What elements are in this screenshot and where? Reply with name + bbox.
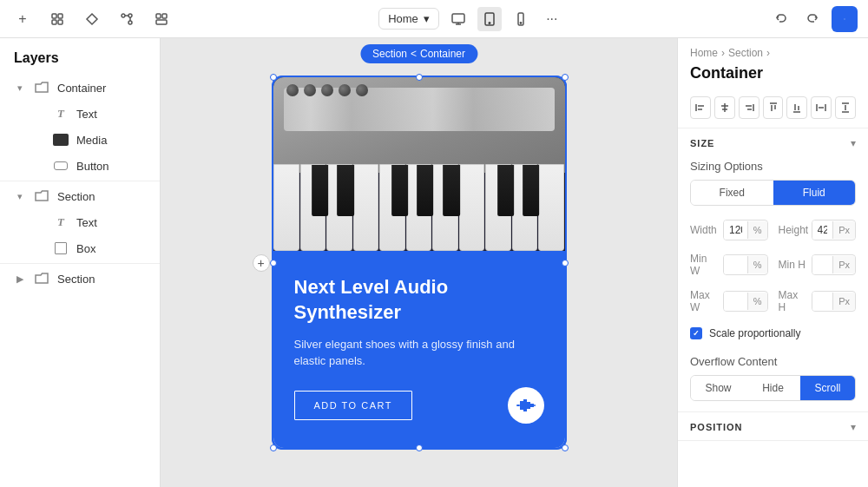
layer-item-text1[interactable]: T Text <box>0 101 160 127</box>
home-tab[interactable]: Home ▾ <box>378 8 439 30</box>
breadcrumb-section-link[interactable]: Section <box>728 47 763 59</box>
blocks-button[interactable] <box>149 7 174 31</box>
black-key <box>417 165 433 216</box>
svg-rect-1 <box>58 14 62 18</box>
folder-icon-section1 <box>33 188 50 205</box>
white-key <box>459 164 485 251</box>
min-w-input[interactable] <box>724 255 747 274</box>
overflow-label: Overflow Content <box>678 348 868 375</box>
folder-icon-section2 <box>33 270 50 287</box>
min-w-input-group: % <box>723 254 768 275</box>
flow-button[interactable] <box>115 7 139 31</box>
knob3 <box>321 84 333 96</box>
add-element-btn[interactable]: + <box>253 254 270 272</box>
overflow-show-btn[interactable]: Show <box>691 376 746 400</box>
diamond-button[interactable] <box>80 7 104 31</box>
breadcrumb-pill[interactable]: Section < Container <box>360 44 477 63</box>
align-left-btn[interactable] <box>690 96 711 119</box>
tablet-view-btn[interactable] <box>477 7 502 31</box>
max-w-input-group: % <box>723 291 768 312</box>
layer-item-box[interactable]: Box <box>0 235 160 261</box>
layer-label-media: Media <box>76 134 107 147</box>
max-w-input[interactable] <box>724 292 747 311</box>
topbar-center: Home ▾ ··· <box>378 7 564 31</box>
layer-item-section1[interactable]: ▾ Section <box>0 183 160 209</box>
black-key <box>337 165 353 216</box>
panel-breadcrumb: Home › Section › <box>678 38 868 63</box>
overflow-toggle: Show Hide Scroll <box>690 375 856 401</box>
scale-label: Scale proportionally <box>709 327 800 339</box>
white-key <box>432 164 458 251</box>
align-top-btn[interactable] <box>763 96 784 119</box>
layer-label-text1: Text <box>76 108 97 121</box>
desktop-view-btn[interactable] <box>446 7 470 31</box>
card-title: Next Level Audio Synthesizer <box>294 275 544 325</box>
sidebar: Layers ▾ Container T Text Media <box>0 38 161 487</box>
caret-section2: ▶ <box>14 273 26 285</box>
position-chevron-icon: ▾ <box>851 421 856 433</box>
width-unit: % <box>747 221 767 239</box>
redo-btn[interactable] <box>800 7 825 31</box>
card-desc: Silver elegant shoes with a glossy finis… <box>294 336 544 370</box>
min-w-label: Min W <box>690 253 718 277</box>
sizing-fluid-btn[interactable]: Fluid <box>773 181 856 205</box>
overflow-scroll-btn[interactable]: Scroll <box>800 376 855 400</box>
layer-item-container[interactable]: ▾ Container <box>0 75 160 101</box>
black-key <box>444 165 460 216</box>
align-center-h-btn[interactable] <box>714 96 735 119</box>
box-icon-el <box>52 240 69 257</box>
position-section-header[interactable]: POSITION ▾ <box>678 412 868 440</box>
position-label: POSITION <box>690 422 743 432</box>
sizing-fixed-btn[interactable]: Fixed <box>691 181 773 205</box>
undo-btn[interactable] <box>769 7 793 31</box>
svg-rect-9 <box>156 20 167 24</box>
more-options-btn[interactable]: ··· <box>540 7 564 31</box>
max-w-unit: % <box>747 293 767 310</box>
settings-btn[interactable] <box>832 6 858 32</box>
min-h-input-group: Px <box>812 254 857 275</box>
layer-item-media[interactable]: Media <box>0 127 160 153</box>
height-unit: Px <box>832 221 855 239</box>
layer-item-button[interactable]: Button <box>0 153 160 179</box>
white-key <box>538 164 564 251</box>
breadcrumb-sep1: › <box>721 47 725 59</box>
max-row: Max W % Max H Px <box>678 286 868 317</box>
canvas: Section < Container + <box>161 38 677 487</box>
height-input[interactable] <box>812 220 833 240</box>
grid-button[interactable] <box>45 7 69 31</box>
caret-icon: ▾ <box>14 82 26 94</box>
card-container[interactable]: Section < Container + <box>272 76 567 449</box>
black-key <box>523 165 539 216</box>
distribute-v-btn[interactable] <box>835 96 856 119</box>
add-button[interactable]: + <box>10 7 35 31</box>
topbar: + <box>0 0 868 38</box>
svg-rect-7 <box>156 14 161 18</box>
black-key <box>497 165 514 216</box>
max-w-label: Max W <box>690 289 718 313</box>
card[interactable]: Next Level Audio Synthesizer Silver eleg… <box>272 76 567 449</box>
align-bottom-btn[interactable] <box>786 96 807 119</box>
max-h-label: Max H <box>779 289 806 313</box>
sizing-options-label: Sizing Options <box>678 156 868 180</box>
layer-item-text2[interactable]: T Text <box>0 209 160 235</box>
add-to-cart-btn[interactable]: ADD TO CART <box>294 391 412 420</box>
max-h-input[interactable] <box>812 292 833 311</box>
size-section-header[interactable]: SIZE ▾ <box>678 128 868 156</box>
layer-label-section1: Section <box>57 190 95 203</box>
black-key <box>391 165 408 216</box>
mobile-view-btn[interactable] <box>509 7 533 31</box>
layer-item-section2[interactable]: ▶ Section <box>0 266 160 292</box>
width-input[interactable] <box>724 220 747 240</box>
scale-checkbox[interactable]: ✓ <box>690 327 702 339</box>
card-image <box>273 77 565 251</box>
white-key <box>273 164 299 251</box>
overflow-hide-btn[interactable]: Hide <box>746 376 800 400</box>
align-right-btn[interactable] <box>739 96 760 119</box>
button-icon-el <box>52 157 69 174</box>
card-body: Next Level Audio Synthesizer Silver eleg… <box>273 251 565 447</box>
breadcrumb-home[interactable]: Home <box>690 47 718 59</box>
distribute-h-btn[interactable] <box>811 96 832 119</box>
svg-rect-0 <box>52 14 56 18</box>
white-key <box>485 164 511 251</box>
min-h-input[interactable] <box>812 255 833 274</box>
